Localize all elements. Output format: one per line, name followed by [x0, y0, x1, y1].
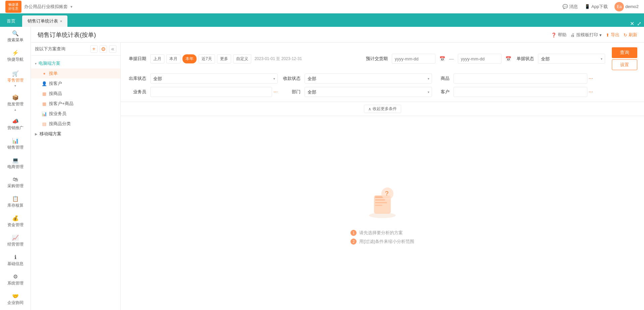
date-btn-7days[interactable]: 近7天 — [199, 54, 215, 63]
app-title: 办公用品行业模拟账套 — [24, 4, 68, 10]
filter-row-3: 业务员 ··· 部门 全部 ▾ 客户 — [127, 87, 637, 97]
by-customer-product-icon: ▦ — [42, 101, 47, 106]
out-status-label: 出库状态 — [127, 75, 146, 82]
template-print-btn[interactable]: 🖨 按模板打印 ▾ — [571, 32, 602, 38]
dept-select-wrap: 全部 ▾ — [305, 87, 432, 97]
sidebar: 🔍 搜索菜单 ⚡ 快捷导航 🛒 零售管理 ▾ 📦 批发管理 ▴ 📣 营销推广 📊… — [0, 27, 31, 310]
user-avatar-btn[interactable]: Ea demo2 — [614, 2, 639, 11]
retail-icon: 🛒 — [12, 70, 19, 77]
sidebar-item-ecommerce[interactable]: 💻 电商管理 — [0, 154, 31, 173]
sidebar-item-sales[interactable]: 📊 销售管理 — [0, 134, 31, 154]
date-btn-custom[interactable]: 自定义 — [233, 54, 251, 63]
customer-dots[interactable]: ··· — [589, 89, 593, 95]
sidebar-item-finance[interactable]: 💰 资金管理 — [0, 212, 31, 231]
sidebar-item-basic-info[interactable]: ℹ 基础信息 — [0, 251, 31, 270]
window-close-btn[interactable]: ✕ — [630, 20, 634, 27]
scheme-tree: ▾ 电脑端方案 ● 按单 👤 按客户 ▦ 按商 — [31, 56, 120, 142]
pc-scheme-group: ▾ 电脑端方案 ● 按单 👤 按客户 ▦ 按商 — [31, 58, 120, 129]
salesperson-input[interactable] — [150, 87, 272, 97]
sidebar-item-collab[interactable]: 🤝 企业协同 — [0, 290, 31, 309]
sidebar-item-search[interactable]: 🔍 搜索菜单 — [0, 27, 31, 46]
tab-close-btn[interactable]: × — [60, 19, 62, 23]
sidebar-item-inventory[interactable]: 📋 库存核算 — [0, 192, 31, 212]
page-title-actions: ❓ 帮助 🖨 按模板打印 ▾ ⬆ 导出 ↻ 刷新 — [551, 32, 637, 38]
product-dots[interactable]: ··· — [589, 75, 593, 82]
customer-input[interactable] — [453, 87, 587, 97]
sidebar-item-wholesale[interactable]: 📦 批发管理 ▴ — [0, 91, 31, 115]
filter-row-2: 出库状态 全部 未出库 部分出库 全部出库 ▾ 收款状态 — [127, 73, 637, 84]
expected-date-start-input[interactable] — [392, 54, 435, 64]
by-salesperson-icon: 📊 — [42, 111, 47, 116]
scheme-by-product[interactable]: ▦ 按商品 — [31, 89, 120, 99]
product-input-wrap: ··· — [453, 73, 593, 84]
mobile-group-label: 移动端方案 — [40, 131, 61, 137]
status-select[interactable]: 全部 待审核 已审核 已关闭 — [538, 54, 605, 64]
date-btn-last-month[interactable]: 上月 — [150, 54, 164, 63]
date-btn-more[interactable]: 更多 — [217, 54, 231, 63]
tab-sales-order-stats[interactable]: 销售订单统计表 × — [22, 15, 67, 27]
scheme-by-order[interactable]: ● 按单 — [31, 68, 120, 79]
settings-btn[interactable]: 设置 — [612, 59, 637, 70]
top-bar-left: 畅捷通 好生意 办公用品行业模拟账套 ▾ — [5, 1, 72, 13]
product-input[interactable] — [453, 73, 587, 84]
title-dropdown-arrow[interactable]: ▾ — [70, 4, 72, 9]
date-label: 单据日期 — [127, 56, 146, 62]
status-select-wrap: 全部 待审核 已审核 已关闭 ▾ — [538, 54, 605, 64]
payment-status-select[interactable]: 全部 未收款 部分收款 全部收款 — [305, 73, 432, 84]
sidebar-item-system[interactable]: ⚙ 系统管理 — [0, 270, 31, 290]
tip-num-2: 2 — [351, 239, 357, 245]
scheme-by-salesperson[interactable]: 📊 按业务员 — [31, 109, 120, 119]
date-start-calendar-icon[interactable]: 📅 — [439, 56, 445, 61]
dept-select[interactable]: 全部 — [305, 87, 432, 97]
pc-group-header[interactable]: ▾ 电脑端方案 — [31, 58, 120, 68]
sidebar-item-management[interactable]: 📈 经营管理 — [0, 231, 31, 251]
search-btn[interactable]: 查询 — [612, 47, 637, 58]
mobile-scheme-group: ▶ 移动端方案 — [31, 129, 120, 139]
collapse-panel-btn[interactable]: « — [109, 45, 116, 53]
page-title-bar: 销售订单统计表(按单) ❓ 帮助 🖨 按模板打印 ▾ ⬆ 导出 — [31, 27, 644, 43]
sidebar-item-marketing[interactable]: 📣 营销推广 — [0, 115, 31, 134]
sidebar-item-purchase[interactable]: 🛍 采购管理 — [0, 173, 31, 192]
two-panel: 按以下方案查询 + ⚙ « ▾ 电脑端方案 ● 按单 — [31, 43, 644, 310]
tab-home[interactable]: 首页 — [1, 15, 21, 27]
date-btn-this-month[interactable]: 本月 — [166, 54, 180, 63]
right-panel: 单据日期 上月 本月 本年 近7天 更多 自定义 2023-01-01 至 20… — [121, 43, 644, 310]
svg-rect-4 — [375, 202, 387, 203]
scheme-by-customer[interactable]: 👤 按客户 — [31, 79, 120, 89]
refresh-btn[interactable]: ↻ 刷新 — [624, 32, 637, 38]
app-download-btn[interactable]: 📱 App下载 — [585, 4, 608, 10]
tab-bar: 首页 销售订单统计表 × ✕ ⤢ — [0, 13, 644, 27]
collapse-bar[interactable]: ∧ 收起更多条件 — [121, 102, 644, 116]
retail-arrow: ▾ — [14, 84, 16, 88]
search-icon: 🔍 — [12, 30, 19, 37]
collab-icon: 🤝 — [12, 293, 19, 299]
help-btn[interactable]: ❓ 帮助 — [551, 32, 567, 38]
by-product-icon: ▦ — [42, 91, 47, 96]
expected-date-label: 预计交货期 — [364, 56, 388, 62]
out-status-select[interactable]: 全部 未出库 部分出库 全部出库 — [150, 73, 278, 84]
salesperson-input-wrap: ··· — [150, 87, 278, 97]
date-btn-this-year[interactable]: 本年 — [182, 54, 197, 63]
sidebar-item-retail[interactable]: 🛒 零售管理 ▾ — [0, 67, 31, 91]
scheme-by-customer-product[interactable]: ▦ 按客户+商品 — [31, 99, 120, 109]
add-scheme-btn[interactable]: + — [90, 45, 98, 53]
customer-label: 客户 — [436, 89, 449, 95]
scheme-by-category[interactable]: ▤ 按商品分类 — [31, 119, 120, 129]
purchase-icon: 🛍 — [13, 176, 18, 183]
window-expand-btn[interactable]: ⤢ — [637, 20, 641, 27]
sales-icon: 📊 — [12, 138, 19, 144]
scheme-settings-btn[interactable]: ⚙ — [100, 45, 107, 53]
print-dropdown-arrow: ▾ — [599, 33, 602, 38]
expected-date-end-input[interactable] — [458, 54, 501, 64]
customer-input-wrap: ··· — [453, 87, 593, 97]
mobile-group-header[interactable]: ▶ 移动端方案 — [31, 129, 120, 139]
message-btn[interactable]: 💬 消息 — [562, 4, 578, 10]
date-end-calendar-icon[interactable]: 📅 — [505, 56, 511, 61]
salesperson-dots[interactable]: ··· — [273, 89, 278, 95]
date-range-text: 2023-01-01 至 2023-12-31 — [255, 56, 302, 62]
print-icon: 🖨 — [571, 33, 575, 38]
empty-tip-1: 1 请先选择要分析的方案 — [351, 230, 414, 236]
system-icon: ⚙ — [13, 273, 18, 280]
sidebar-item-quicknav[interactable]: ⚡ 快捷导航 — [0, 46, 31, 66]
export-btn[interactable]: ⬆ 导出 — [606, 32, 620, 38]
